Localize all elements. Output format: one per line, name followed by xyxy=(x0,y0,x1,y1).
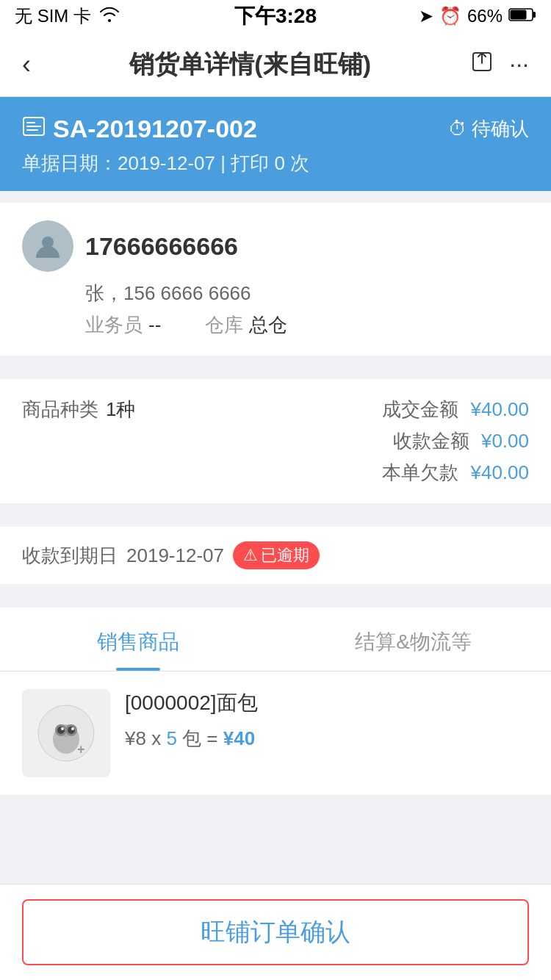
due-section: 收款到期日 2019-12-07 ⚠ 已逾期 xyxy=(0,527,551,584)
status-text: 待确认 xyxy=(472,116,529,142)
due-date: 2019-12-07 xyxy=(126,544,224,567)
carrier-text: 无 SIM 卡 xyxy=(15,4,91,28)
received-label: 收款金额 xyxy=(393,428,469,454)
alarm-icon: ⏰ xyxy=(439,6,461,26)
received-value: ¥0.00 xyxy=(481,430,529,453)
customer-phone: 17666666666 xyxy=(85,232,238,261)
status-bar: 无 SIM 卡 下午3:28 ➤ ⏰ 66% xyxy=(0,0,551,32)
price-text: ¥8 xyxy=(125,727,146,749)
wangpu-confirm-button[interactable]: 旺铺订单确认 xyxy=(22,899,529,965)
page-title: 销货单详情(来自旺铺) xyxy=(129,48,371,82)
bottom-spacer xyxy=(0,795,551,898)
svg-point-13 xyxy=(71,727,74,730)
product-total: ¥40 xyxy=(223,727,255,749)
svg-point-11 xyxy=(68,727,75,734)
order-status-badge: ⏱ 待确认 xyxy=(448,116,529,142)
sales-meta: 业务员 -- xyxy=(85,312,161,338)
multiply-text: x xyxy=(151,727,166,749)
wifi-icon xyxy=(98,6,120,26)
summary-section: 商品种类 1种 成交金额 ¥40.00 收款金额 ¥0.00 本单欠款 ¥40.… xyxy=(0,379,551,503)
received-item: 收款金额 ¥0.00 xyxy=(393,428,529,454)
sales-value: -- xyxy=(148,314,161,336)
avatar xyxy=(22,220,73,272)
tabs-row: 销售商品 结算&物流等 xyxy=(0,608,551,671)
status-bar-left: 无 SIM 卡 xyxy=(15,4,120,28)
battery-text: 66% xyxy=(467,6,503,26)
product-type: 商品种类 1种 xyxy=(22,397,135,422)
summary-right: 成交金额 ¥40.00 收款金额 ¥0.00 本单欠款 ¥40.00 xyxy=(382,397,529,486)
product-item: + [0000002]面包 ¥8 x 5 包 = ¥40 xyxy=(22,689,529,777)
svg-text:+: + xyxy=(77,742,85,757)
unit-text: 包 xyxy=(182,727,201,749)
product-section: + [0000002]面包 ¥8 x 5 包 = ¥40 xyxy=(0,671,551,795)
product-type-value: 1种 xyxy=(106,397,135,422)
amount-label: 成交金额 xyxy=(382,397,458,422)
confirm-button-container: 旺铺订单确认 xyxy=(0,884,551,980)
back-button[interactable]: ‹ xyxy=(22,49,31,80)
summary-left: 商品种类 1种 xyxy=(22,397,135,422)
order-icon xyxy=(22,116,46,142)
order-id-text: SA-20191207-002 xyxy=(53,115,257,143)
warehouse-value: 总仓 xyxy=(249,312,287,338)
nav-actions: ··· xyxy=(469,49,529,80)
order-id: SA-20191207-002 xyxy=(22,115,257,143)
overdue-icon: ⚠ xyxy=(243,546,258,565)
customer-contact: 张，156 6666 6666 xyxy=(22,281,529,306)
owed-item: 本单欠款 ¥40.00 xyxy=(382,460,529,486)
tab-sales-label: 销售商品 xyxy=(97,630,179,653)
sales-label: 业务员 xyxy=(85,312,143,338)
nav-bar: ‹ 销货单详情(来自旺铺) ··· xyxy=(0,32,551,97)
svg-rect-2 xyxy=(511,10,527,20)
divider-2 xyxy=(0,503,551,515)
product-price: ¥8 x 5 包 = ¥40 xyxy=(125,726,529,752)
customer-meta: 业务员 -- 仓库 总仓 xyxy=(22,312,529,338)
equals-text: = xyxy=(206,727,223,749)
status-bar-right: ➤ ⏰ 66% xyxy=(419,6,536,26)
product-thumbnail: + xyxy=(22,689,110,777)
tab-sales[interactable]: 销售商品 xyxy=(0,608,276,671)
share-button[interactable] xyxy=(469,49,494,80)
overdue-badge: ⚠ 已逾期 xyxy=(233,541,320,569)
confirm-button-label: 旺铺订单确认 xyxy=(201,915,350,949)
customer-row: 17666666666 xyxy=(22,220,529,272)
order-meta: 单据日期：2019-12-07 | 打印 0 次 xyxy=(22,151,529,176)
product-qty: 5 xyxy=(166,727,176,749)
divider-3 xyxy=(0,584,551,596)
divider-1 xyxy=(0,356,551,367)
svg-point-12 xyxy=(61,727,64,730)
owed-value: ¥40.00 xyxy=(470,461,529,484)
product-type-label: 商品种类 xyxy=(22,397,98,422)
tab-settlement-label: 结算&物流等 xyxy=(355,630,472,653)
product-thumb-logo: + xyxy=(37,704,96,763)
tabs-section: 销售商品 结算&物流等 xyxy=(0,608,551,671)
battery-icon xyxy=(508,6,536,26)
more-button[interactable]: ··· xyxy=(509,51,529,78)
clock-icon: ⏱ xyxy=(448,118,467,140)
tab-settlement[interactable]: 结算&物流等 xyxy=(276,608,551,671)
due-label: 收款到期日 xyxy=(22,543,118,569)
header-card-top: SA-20191207-002 ⏱ 待确认 xyxy=(22,115,529,143)
product-name: [0000002]面包 xyxy=(125,689,529,717)
svg-rect-1 xyxy=(533,12,536,18)
customer-section: 17666666666 张，156 6666 6666 业务员 -- 仓库 总仓 xyxy=(0,203,551,356)
status-bar-time: 下午3:28 xyxy=(234,2,317,30)
overdue-text: 已逾期 xyxy=(261,544,309,566)
order-header-card: SA-20191207-002 ⏱ 待确认 单据日期：2019-12-07 | … xyxy=(0,97,551,191)
warehouse-meta: 仓库 总仓 xyxy=(205,312,287,338)
product-info: [0000002]面包 ¥8 x 5 包 = ¥40 xyxy=(125,689,529,752)
amount-item: 成交金额 ¥40.00 xyxy=(382,397,529,422)
svg-point-10 xyxy=(57,727,65,734)
owed-label: 本单欠款 xyxy=(382,460,458,486)
location-icon: ➤ xyxy=(419,6,433,26)
amount-value: ¥40.00 xyxy=(470,398,529,421)
warehouse-label: 仓库 xyxy=(205,312,243,338)
